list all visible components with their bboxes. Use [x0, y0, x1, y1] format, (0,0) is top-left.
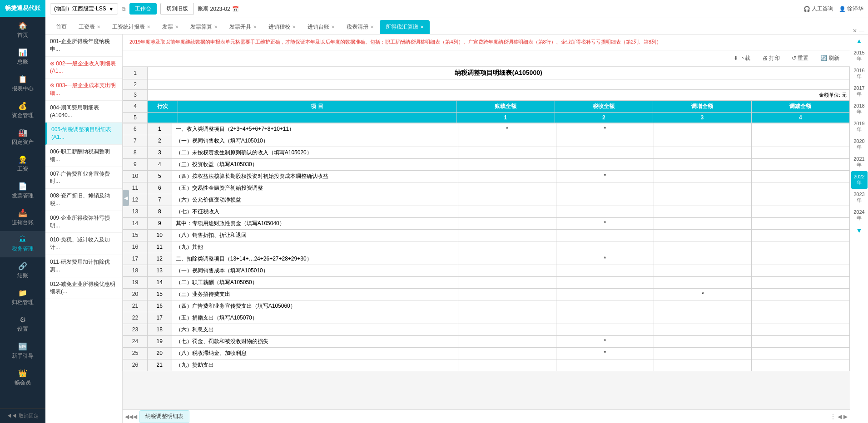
col-c-cell[interactable] [458, 347, 556, 359]
col-e-cell[interactable] [654, 241, 751, 253]
item-cell[interactable]: 二、扣除类调整项目（13+14+…24+26+27+28+29+30） [172, 253, 458, 265]
col-d-cell[interactable] [556, 194, 654, 206]
col-f-cell[interactable] [752, 276, 850, 288]
sidebar-item-guide[interactable]: 🆕 新手引导 [0, 338, 45, 364]
left-item-006[interactable]: 006-职工薪酬纳税调整明细... [45, 145, 122, 167]
scroll-right[interactable]: ▶ [843, 413, 848, 420]
col-d-cell[interactable]: * [556, 217, 654, 229]
item-cell[interactable]: （一）视同销售成本（填写A105010） [172, 265, 458, 276]
left-item-008[interactable]: 008-资产折旧、摊销及纳税... [45, 189, 122, 211]
col-c-cell[interactable]: * [458, 123, 556, 135]
col-e-cell[interactable] [654, 194, 751, 206]
sidebar-item-settings[interactable]: ⚙ 设置 [0, 311, 45, 338]
col-f-cell[interactable] [752, 170, 850, 182]
item-cell[interactable]: （三）业务招待费支出 [172, 288, 458, 300]
collapse-panel-button[interactable]: ◀ [123, 190, 129, 206]
col-c-cell[interactable] [458, 335, 556, 347]
bottom-tab-item[interactable]: 纳税调整明细表 [139, 410, 189, 423]
col-f-cell[interactable] [752, 206, 850, 217]
year-item[interactable]: 2019年 [851, 118, 868, 136]
col-f-cell[interactable] [752, 147, 850, 158]
col-d-cell[interactable]: * [556, 347, 654, 359]
col-c-cell[interactable] [458, 312, 556, 324]
tab-invoice-close[interactable]: ✕ [175, 25, 179, 30]
col-d-cell[interactable] [556, 158, 654, 170]
period-selector[interactable]: 账期 2023-02 📅 [198, 5, 239, 13]
tab-invoice-calc-close[interactable]: ✕ [214, 25, 218, 30]
service-button[interactable]: 🎧 人工咨询 [804, 5, 833, 13]
col-d-cell[interactable] [556, 324, 654, 335]
sidebar-item-reports[interactable]: 📋 报表中心 [0, 70, 45, 97]
sidebar-item-purchase-sales[interactable]: 📥 进销台账 [0, 204, 45, 231]
col-f-cell[interactable] [752, 265, 850, 276]
col-d-cell[interactable]: * [556, 253, 654, 265]
tab-payroll-stats-close[interactable]: ✕ [147, 25, 150, 30]
left-item-010[interactable]: 010-免税、减计收入及加计... [45, 233, 122, 255]
col-c-cell[interactable] [458, 206, 556, 217]
tab-sales-ledger[interactable]: 进销台账 ✕ [302, 20, 341, 34]
item-cell[interactable]: （八）税收滞纳金、加收利息 [172, 347, 458, 359]
tab-income-tax-close[interactable]: ✕ [420, 25, 424, 30]
sidebar-item-general-ledger[interactable]: 📊 总账 [0, 44, 45, 70]
year-item[interactable]: 2017年 [851, 83, 868, 100]
tab-payroll-close[interactable]: ✕ [97, 25, 100, 30]
col-e-cell[interactable] [654, 158, 751, 170]
col-f-cell[interactable] [752, 229, 850, 241]
year-nav-up[interactable]: ▲ [852, 34, 867, 47]
col-f-cell[interactable] [752, 288, 850, 300]
workbench-button[interactable]: 工作台 [129, 3, 157, 15]
left-item-002[interactable]: ⊗ 002-一般企业收入明细表(A1... [45, 57, 122, 79]
col-e-cell[interactable] [654, 335, 751, 347]
tab-home[interactable]: 首页 [50, 20, 73, 34]
year-item[interactable]: 2016年 [851, 65, 868, 83]
tab-income-tax[interactable]: 所得税汇算缴 ✕ [380, 20, 430, 34]
item-cell[interactable]: 一、收入类调整项目（2+3+4+5+6+7+8+10+11） [172, 123, 458, 135]
col-f-cell[interactable] [752, 359, 850, 371]
col-e-cell[interactable] [654, 347, 751, 359]
col-f-cell[interactable] [752, 123, 850, 135]
col-d-cell[interactable]: * [556, 170, 654, 182]
tab-invoice[interactable]: 发票 ✕ [156, 20, 184, 34]
col-c-cell[interactable] [458, 170, 556, 182]
col-c-cell[interactable] [458, 300, 556, 312]
col-c-cell[interactable] [458, 276, 556, 288]
col-f-cell[interactable] [752, 241, 850, 253]
col-e-cell[interactable] [654, 206, 751, 217]
col-c-cell[interactable] [458, 158, 556, 170]
company-selector[interactable]: (物副）江西股宝-LSS ▼ [50, 3, 118, 15]
left-item-011[interactable]: 011-研发费用加计扣除优惠... [45, 255, 122, 277]
sidebar-item-payroll[interactable]: 👷 工资 [0, 151, 45, 177]
download-button[interactable]: ⬇ 下载 [730, 53, 754, 64]
col-e-cell[interactable] [654, 312, 751, 324]
tab-tax-forms[interactable]: 税表清册 ✕ [341, 20, 380, 34]
item-cell[interactable]: （七）罚金、罚款和被没收财物的损失 [172, 335, 458, 347]
left-item-005[interactable]: 005-纳税调整项目明细表(A1... [45, 123, 122, 145]
sidebar-item-close-accounts[interactable]: 🔗 结账 [0, 257, 45, 284]
col-c-cell[interactable] [458, 135, 556, 147]
col-d-cell[interactable] [556, 300, 654, 312]
year-nav-down[interactable]: ▼ [852, 224, 867, 237]
col-e-cell[interactable] [654, 170, 751, 182]
left-item-012[interactable]: 012-减免企业所得税优惠明细表(... [45, 277, 122, 300]
col-e-cell[interactable] [654, 182, 751, 194]
item-cell[interactable]: （六）利息支出 [172, 324, 458, 335]
col-e-cell[interactable] [654, 147, 751, 158]
col-f-cell[interactable] [752, 347, 850, 359]
col-e-cell[interactable] [654, 229, 751, 241]
item-cell[interactable]: （八）销售折扣、折让和退回 [172, 229, 458, 241]
col-c-cell[interactable] [458, 324, 556, 335]
tab-verify-close[interactable]: ✕ [292, 25, 296, 30]
print-button[interactable]: 🖨 打印 [759, 53, 784, 64]
col-c-cell[interactable] [458, 265, 556, 276]
tab-tax-forms-close[interactable]: ✕ [370, 25, 374, 30]
col-d-cell[interactable] [556, 359, 654, 371]
refresh-button[interactable]: 🔄 刷新 [817, 53, 843, 64]
tab-invoice-issue[interactable]: 发票开具 ✕ [223, 20, 263, 34]
col-f-cell[interactable] [752, 135, 850, 147]
col-e-cell[interactable] [654, 324, 751, 335]
item-cell[interactable]: （九）其他 [172, 241, 458, 253]
col-e-cell[interactable] [654, 123, 751, 135]
year-item[interactable]: 2020年 [851, 136, 868, 153]
col-e-cell[interactable] [654, 135, 751, 147]
col-d-cell[interactable] [556, 182, 654, 194]
